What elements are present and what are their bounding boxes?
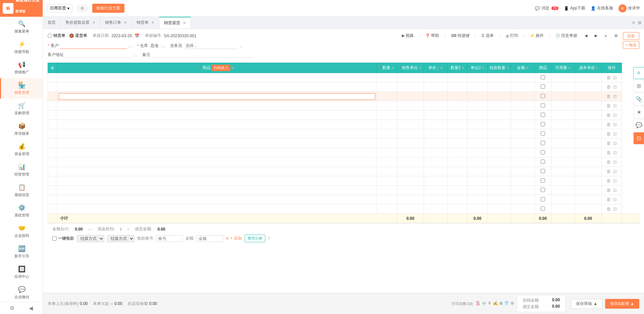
amount-cell-3[interactable] — [511, 92, 535, 101]
cost-cell-6[interactable] — [575, 120, 602, 129]
price-cell-13[interactable] — [424, 186, 447, 195]
unit-cell-10[interactable] — [397, 158, 424, 167]
tab-0[interactable]: 首页 — [43, 17, 61, 28]
delete-icon-2[interactable]: 🗑 — [606, 84, 611, 89]
qty-cell-10[interactable] — [377, 158, 397, 167]
copy-icon-8[interactable]: ⊡ — [613, 141, 617, 146]
qty2-sort-icon[interactable]: ⇅ — [462, 66, 464, 70]
qty2-cell-4[interactable] — [447, 101, 468, 111]
return-type-radio[interactable]: 退货单 — [69, 33, 87, 39]
product-cell-4[interactable] — [57, 101, 377, 111]
scan-btn[interactable]: 扫码录入 — [212, 65, 230, 71]
tab-close-3[interactable]: ✕ — [151, 20, 154, 25]
tab-1[interactable]: 售价提取设置✕ — [61, 17, 100, 28]
unit2-sort-icon[interactable]: ⇅ — [482, 66, 484, 70]
list-view-btn[interactable]: ≡ — [603, 33, 609, 39]
avail-cell-2[interactable] — [551, 82, 575, 92]
unit2-cell-14[interactable] — [468, 195, 488, 204]
product-cell-15[interactable] — [57, 204, 377, 214]
avail-cell-11[interactable] — [551, 167, 575, 176]
product-cell-2[interactable] — [57, 82, 377, 92]
product-cell-7[interactable] — [57, 129, 377, 139]
avail-cell-3[interactable] — [551, 92, 575, 101]
qty2-cell-8[interactable] — [447, 139, 468, 148]
copy-icon-14[interactable]: ⊡ — [613, 197, 617, 202]
unit-cell-5[interactable] — [397, 111, 424, 120]
rfb-star[interactable]: ★ — [633, 106, 644, 118]
copy-icon-2[interactable]: ⊡ — [613, 84, 617, 89]
qty-cell-14[interactable] — [377, 195, 397, 204]
delete-icon-13[interactable]: 🗑 — [606, 188, 611, 193]
qty2-cell-2[interactable] — [447, 82, 468, 92]
qty2-cell-3[interactable] — [447, 92, 468, 101]
sidebar-item-marketing[interactable]: 📢营销推广 — [0, 58, 43, 78]
qty2-cell-6[interactable] — [447, 120, 468, 129]
avail-cell-15[interactable] — [551, 204, 575, 214]
add-label[interactable]: + 添加 — [230, 236, 241, 241]
delete-icon-8[interactable]: 🗑 — [606, 141, 611, 146]
close-tab-icon[interactable]: ✕ — [632, 20, 635, 25]
product-sort-icon[interactable]: ⇅ — [231, 66, 234, 70]
select-btn[interactable]: ☰ 选单 — [479, 32, 496, 39]
settings-btn[interactable]: 设置 — [623, 32, 639, 40]
product-cell-6[interactable] — [57, 120, 377, 129]
unit-cell-3[interactable] — [397, 92, 424, 101]
pack-cell-15[interactable] — [488, 204, 511, 214]
cost-cell-9[interactable] — [575, 148, 602, 158]
qty-sort-icon[interactable]: ⇅ — [391, 66, 394, 70]
qty2-cell-14[interactable] — [447, 195, 468, 204]
price-cell-2[interactable] — [424, 82, 447, 92]
product-cell-9[interactable] — [57, 148, 377, 158]
rfb-fullscreen[interactable]: ⊡ — [633, 132, 644, 144]
collapse-icon[interactable]: ◀ — [29, 305, 33, 311]
user-info[interactable]: 徐 徐泽华 — [619, 4, 640, 12]
sidebar-item-sales[interactable]: 🏪销售管理 — [0, 78, 43, 99]
cost-cell-3[interactable] — [575, 92, 602, 101]
print-btn[interactable]: 🖨 打印 — [503, 32, 520, 39]
settings-gear[interactable]: ⚙ — [76, 5, 88, 12]
sale-type-radio[interactable]: 销货单 — [48, 33, 65, 39]
copy-icon-3[interactable]: ⊡ — [613, 94, 617, 99]
fee-help-icon[interactable]: ? — [268, 236, 270, 241]
prev-btn[interactable]: ◀ — [583, 33, 589, 39]
sidebar-item-appstore[interactable]: 🔲应用中心 — [0, 262, 43, 282]
sidebar-item-wechat[interactable]: 💬企业微信 — [0, 282, 43, 302]
pack-cell-12[interactable] — [488, 176, 511, 186]
copy-icon-11[interactable]: ⊡ — [613, 169, 617, 174]
price-cell-11[interactable] — [424, 167, 447, 176]
message-btn[interactable]: 💬 消息 70 — [535, 5, 558, 11]
customer-input[interactable] — [60, 43, 127, 49]
price-cell-8[interactable] — [424, 139, 447, 148]
unit2-cell-6[interactable] — [468, 120, 488, 129]
calc-method-select[interactable]: 结算方式 — [107, 235, 135, 242]
unit-cell-1[interactable] — [397, 73, 424, 82]
address-input[interactable] — [65, 52, 132, 58]
tab-4[interactable]: 销货退货✕ — [159, 17, 191, 28]
sidebar-item-system[interactable]: ⚙️系统管理 — [0, 201, 43, 221]
pack-sort-icon[interactable]: ⇅ — [506, 66, 509, 70]
cost-cell-7[interactable] — [575, 129, 602, 139]
product-cell-10[interactable] — [57, 158, 377, 167]
daily-select[interactable]: 日用百货 ▾ — [47, 4, 72, 12]
sidebar-item-inventory[interactable]: 📦库存核算 — [0, 119, 43, 139]
delete-icon-15[interactable]: 🗑 — [606, 206, 611, 211]
copy-icon-10[interactable]: ⊡ — [613, 160, 617, 165]
avail-cell-12[interactable] — [551, 176, 575, 186]
price-cell-9[interactable] — [424, 148, 447, 158]
product-cell-5[interactable] — [57, 111, 377, 120]
pack-cell-7[interactable] — [488, 129, 511, 139]
rfb-card[interactable]: ⊞ — [633, 80, 644, 92]
discount-info-icon[interactable]: ℹ — [120, 227, 122, 232]
one-key-collection-check[interactable]: 一键收款 — [52, 236, 74, 241]
settlement-select[interactable]: 结算方式 — [77, 235, 104, 242]
avail-cell-1[interactable] — [551, 73, 575, 82]
cost-cell-8[interactable] — [575, 139, 602, 148]
avail-cell-14[interactable] — [551, 195, 575, 204]
unit-cell-9[interactable] — [397, 148, 424, 158]
unit2-cell-1[interactable] — [468, 73, 488, 82]
sidebar-item-guide[interactable]: 🆕新手引导 — [0, 242, 43, 262]
product-cell-14[interactable] — [57, 195, 377, 204]
sidebar-item-operation[interactable]: 📊经营管理 — [0, 160, 43, 180]
delete-icon-10[interactable]: 🗑 — [606, 160, 611, 165]
qty-cell-2[interactable] — [377, 82, 397, 92]
